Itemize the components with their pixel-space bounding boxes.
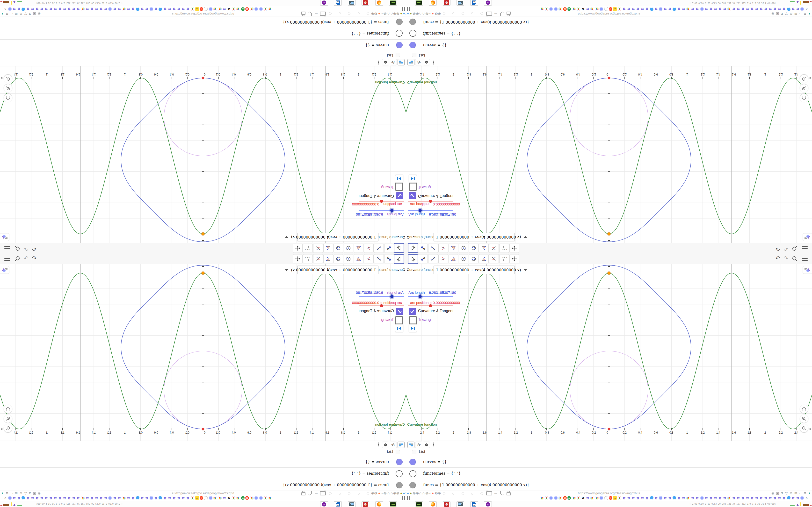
wrench-icon[interactable]: ⌐ xyxy=(382,491,384,495)
tab-favicon-gg[interactable]: ✿ xyxy=(90,7,94,11)
visibility-toggle[interactable] xyxy=(396,30,403,37)
tab-favicon-gg[interactable]: ✿ xyxy=(663,7,667,11)
tool-button-reflect-about-line[interactable] xyxy=(489,254,499,264)
tab-favicon-ya[interactable]: Я xyxy=(200,496,203,500)
puzzle-icon[interactable]: ⊞ xyxy=(15,12,18,16)
tab-favicon-gg[interactable]: ✿ xyxy=(691,496,695,500)
tool-button-line[interactable] xyxy=(428,243,438,253)
gear-icon[interactable]: ⚙ xyxy=(374,491,377,495)
tab-favicon-gg[interactable]: ✿ xyxy=(90,496,94,500)
trash-icon[interactable]: ▣ xyxy=(776,491,779,495)
tab-favicon-dot[interactable] xyxy=(150,7,153,11)
visibility-toggle[interactable] xyxy=(396,459,403,465)
tab-favicon-chat[interactable] xyxy=(158,496,162,500)
globe-icon[interactable]: ⊕ xyxy=(416,12,419,16)
taskbar-app-floppy64-icon[interactable]: 64 xyxy=(334,501,342,507)
back-arrow-icon[interactable]: ← xyxy=(494,490,498,496)
tab-favicon-g[interactable] xyxy=(236,496,240,500)
globe-icon[interactable]: ⊕ xyxy=(19,491,22,495)
redo-icon[interactable]: ↷ xyxy=(783,246,788,251)
tab-favicon-gg[interactable]: ✿ xyxy=(95,496,98,500)
visibility-toggle[interactable] xyxy=(396,42,403,48)
tool-button-slider[interactable]: a = 2 xyxy=(303,243,313,253)
visibility-toggle[interactable] xyxy=(409,18,416,25)
search-icon[interactable] xyxy=(792,256,798,263)
tab-favicon-gg[interactable]: ✿ xyxy=(17,496,21,500)
back-arrow-icon[interactable]: ← xyxy=(494,11,498,17)
tab-favicon-gg[interactable]: ✿ xyxy=(778,7,781,11)
tab-favicon-gg[interactable]: ✿ xyxy=(17,7,21,11)
tab-favicon-ya[interactable]: Я xyxy=(563,7,567,11)
algebra-row-funcs[interactable]: funcs = {1.000000000000 + cos(4.00000000… xyxy=(406,479,812,491)
tab-favicon-gg[interactable]: ✿ xyxy=(709,496,713,500)
algebra-row-funcs[interactable]: funcs = {1.000000000000 + cos(4.00000000… xyxy=(406,16,812,28)
graphics-stylebar-toggle[interactable] xyxy=(803,233,812,241)
tab-favicon-gg[interactable]: ✿ xyxy=(58,7,62,11)
tab-favicon-g[interactable] xyxy=(595,496,599,500)
tab-favicon-g[interactable] xyxy=(122,496,126,500)
tab-favicon-gg[interactable]: ✿ xyxy=(741,7,745,11)
tab-favicon-gg[interactable]: ✿ xyxy=(145,7,149,11)
tab-favicon-g[interactable] xyxy=(576,496,580,500)
tab-favicon-info[interactable]: i xyxy=(604,7,608,11)
tab-favicon-chat[interactable] xyxy=(21,7,25,11)
tab-favicon-gg[interactable]: ✿ xyxy=(677,7,681,11)
gear-icon[interactable]: ⚙ xyxy=(804,491,806,495)
tab-favicon-chat[interactable] xyxy=(650,7,654,11)
tab-favicon-gg[interactable]: ✿ xyxy=(186,496,190,500)
tab-favicon-gg[interactable]: ✿ xyxy=(627,496,630,500)
tracing-checkbox[interactable] xyxy=(395,316,403,324)
globe-icon[interactable]: ⊕ xyxy=(371,491,374,495)
taskbar-app-mask-icon[interactable]: oo xyxy=(484,501,492,507)
tab-favicon-g[interactable] xyxy=(545,7,548,11)
tab-favicon-gg[interactable]: ✿ xyxy=(12,496,16,500)
hamburger-menu-icon[interactable] xyxy=(802,256,808,262)
tab-favicon-gg[interactable]: ✿ xyxy=(668,496,672,500)
tab-favicon-gg[interactable]: ✿ xyxy=(718,7,722,11)
url-text[interactable]: https://www.geogebra.org/classic/aagcxh3… xyxy=(167,491,239,495)
redo-icon[interactable]: ↷ xyxy=(783,256,788,261)
tab-favicon-gg[interactable]: ✿ xyxy=(26,7,30,11)
gear-icon[interactable]: ⚙ xyxy=(435,491,438,495)
tab-favicon-gg[interactable]: ✿ xyxy=(58,496,62,500)
tab-favicon-gg[interactable]: ✿ xyxy=(99,7,103,11)
tool-button-perpendicular-line[interactable] xyxy=(364,254,373,264)
play-pause-button[interactable] xyxy=(395,175,403,183)
arc-length-slider-knob[interactable] xyxy=(418,294,423,299)
tab-favicon-gg[interactable]: ✿ xyxy=(145,496,149,500)
search-icon[interactable] xyxy=(792,244,798,251)
home-button[interactable] xyxy=(800,94,808,102)
wrench-icon[interactable]: ⌐ xyxy=(799,12,801,16)
tab-favicon-g[interactable] xyxy=(250,7,254,11)
tab-favicon-g[interactable] xyxy=(572,496,576,500)
home-button[interactable] xyxy=(4,405,12,413)
tab-favicon-info[interactable]: i xyxy=(204,7,208,11)
tab-favicon-gg[interactable]: ✿ xyxy=(636,7,640,11)
curvature-tangent-checkbox[interactable] xyxy=(396,192,403,199)
search-icon[interactable] xyxy=(14,244,20,251)
globe-icon[interactable]: ⊕ xyxy=(19,12,22,16)
tab-favicon-g[interactable] xyxy=(232,7,236,11)
taskbar-app-mask-icon[interactable]: oo xyxy=(484,0,492,6)
tool-button-angle[interactable]: α xyxy=(479,243,489,253)
tab-favicon-g[interactable] xyxy=(686,7,690,11)
tab-favicon-gg[interactable]: ✿ xyxy=(54,7,57,11)
tab-favicon-gg[interactable]: ✿ xyxy=(140,496,144,500)
tab-favicon-gg[interactable]: ✿ xyxy=(704,7,708,11)
firefox-icon[interactable]: ● xyxy=(378,491,380,495)
tab-favicon-gg[interactable]: ✿ xyxy=(654,496,658,500)
tab-favicon-gg[interactable]: ✿ xyxy=(732,7,735,11)
gear-icon[interactable]: ⚙ xyxy=(374,12,377,16)
tab-favicon-gg[interactable]: ✿ xyxy=(126,496,130,500)
shield-ud-icon[interactable]: ▼ xyxy=(28,12,32,16)
tab-favicon-dot[interactable] xyxy=(700,496,704,500)
tab-favicon-gg[interactable]: ✿ xyxy=(140,7,144,11)
zoom-in-button[interactable] xyxy=(800,414,808,423)
tab-favicon-chat[interactable] xyxy=(787,496,791,500)
tab-favicon-gg[interactable]: ✿ xyxy=(796,496,800,500)
globe-icon[interactable]: ⊕ xyxy=(371,12,374,16)
function-dropdown[interactable]: 1.000000000000 + cos(4.000000000000 x) xyxy=(297,266,378,274)
tab-favicon-g[interactable] xyxy=(232,496,236,500)
tab-favicon-dot[interactable] xyxy=(800,496,804,500)
shield-icon[interactable]: ▽ xyxy=(24,491,27,495)
